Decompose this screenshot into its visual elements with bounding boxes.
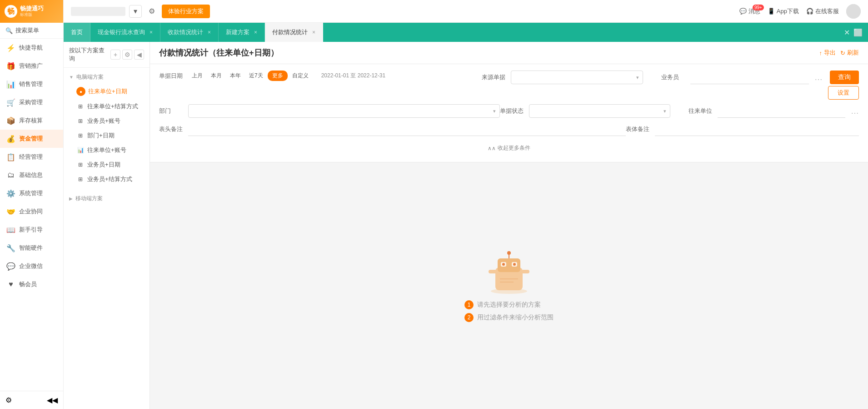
collapse-bar[interactable]: ∧∧ 收起更多条件 (159, 141, 859, 156)
sidebar-item-quick-nav[interactable]: ⚡ 快捷导航 (0, 39, 63, 57)
guide-icon: 📖 (6, 225, 15, 234)
topbar-gear-btn[interactable]: ⚙ (145, 5, 158, 18)
partner-dots-btn[interactable]: … (851, 106, 859, 116)
partner-input[interactable] (718, 104, 845, 118)
sidebar-item-wechat[interactable]: 💬 企业微信 (0, 257, 63, 275)
voucher-date-label: 单据日期 (159, 72, 185, 80)
operation-label: 经营管理 (19, 153, 43, 161)
search-icon: 🔍 (5, 27, 13, 34)
sidebar-item-marketing[interactable]: 🎁 营销推广 (0, 57, 63, 75)
sidebar-search[interactable]: 🔍 搜索菜单 (0, 23, 63, 39)
topbar-address (71, 7, 125, 16)
unit-date-active-icon: ● (76, 87, 85, 96)
solution-item-staff-date[interactable]: ⊞ 业务员+日期 (64, 157, 150, 172)
add-solution-btn[interactable]: + (110, 50, 120, 60)
sidebar-item-coop[interactable]: 🤝 企业协同 (0, 202, 63, 221)
maximize-window-btn[interactable]: ⬜ (853, 28, 863, 37)
date-btn-custom[interactable]: 自定义 (289, 71, 312, 81)
tab-receipt-close[interactable]: × (208, 29, 211, 35)
empty-tip-1: 1 请先选择要分析的方案 (464, 300, 554, 309)
unit-date-label: 往来单位+日期 (88, 87, 127, 96)
export-btn[interactable]: ↑ 导出 (819, 49, 836, 57)
solution-header: 按以下方案查询 + ⚙ ◀ (64, 42, 150, 68)
body-note-field: 表体备注 (626, 122, 859, 136)
solution-panel: 按以下方案查询 + ⚙ ◀ ▼ 电脑端方案 ● 往来单位+日期 ⊞ (64, 42, 150, 409)
solution-group-pc-header[interactable]: ▼ 电脑端方案 (64, 71, 150, 84)
sidebar-item-operation[interactable]: 📋 经营管理 (0, 148, 63, 166)
message-btn[interactable]: 💬 消息 99+ (739, 7, 760, 15)
vip-icon: ♥ (6, 280, 15, 289)
empty-tip-2: 2 用过滤条件来缩小分析范围 (464, 313, 554, 322)
topbar-dropdown-btn[interactable]: ▾ (129, 5, 142, 18)
tab-new-plan-close[interactable]: × (254, 29, 257, 35)
message-badge: 99+ (753, 5, 764, 10)
app-download-btn[interactable]: 📱 App下载 (768, 7, 799, 15)
staff-input[interactable] (690, 71, 809, 84)
sidebar-item-system[interactable]: ⚙️ 系统管理 (0, 184, 63, 202)
main-area: ▾ ⚙ 体验行业方案 💬 消息 99+ 📱 App下载 🎧 在线客服 (64, 0, 868, 409)
sidebar-item-hardware[interactable]: 🔧 智能硬件 (0, 239, 63, 257)
settings-icon[interactable]: ⚙ (5, 396, 12, 404)
voucher-status-select[interactable]: ▾ (529, 104, 670, 118)
tab-payment-close[interactable]: × (312, 29, 315, 35)
source-voucher-select[interactable]: ▾ (511, 71, 643, 84)
solution-item-unit-date[interactable]: ● 往来单位+日期 (64, 84, 150, 99)
right-content: 付款情况统计（往来单位+日期） ↑ 导出 ↻ 刷新 单 (150, 42, 868, 409)
header-note-input[interactable] (188, 122, 626, 136)
sidebar-item-sales[interactable]: 📊 销售管理 (0, 75, 63, 93)
tip-num-1: 1 (464, 300, 474, 309)
date-btn-this-month[interactable]: 本月 (207, 71, 225, 81)
close-window-btn[interactable]: ✕ (844, 28, 850, 37)
unit-account-icon: 📊 (76, 146, 85, 154)
tab-cash-close[interactable]: × (150, 29, 153, 35)
sidebar-item-purchase[interactable]: 🛒 采购管理 (0, 93, 63, 111)
date-btn-7days[interactable]: 近7天 (245, 71, 267, 81)
topbar-left: ▾ ⚙ 体验行业方案 (71, 5, 734, 18)
online-service-btn[interactable]: 🎧 在线客服 (806, 7, 839, 15)
trial-btn[interactable]: 体验行业方案 (162, 5, 210, 18)
sales-icon: 📊 (6, 80, 15, 89)
date-btn-this-year[interactable]: 本年 (226, 71, 244, 81)
settings-solution-btn[interactable]: ⚙ (122, 50, 132, 60)
settings-btn[interactable]: 设置 (828, 86, 859, 100)
tab-payment[interactable]: 付款情况统计 × (265, 23, 323, 42)
solution-item-unit-account[interactable]: 📊 往来单位+账号 (64, 143, 150, 157)
sidebar-item-vip[interactable]: ♥ 畅会员 (0, 275, 63, 293)
sidebar-item-guide[interactable]: 📖 新手引导 (0, 221, 63, 239)
query-btn[interactable]: 查询 (830, 71, 859, 84)
sidebar-footer: ⚙ ◀◀ (0, 391, 63, 409)
tab-home[interactable]: 首页 (64, 23, 90, 42)
sidebar-item-basic[interactable]: 🗂 基础信息 (0, 166, 63, 184)
staff-date-icon: ⊞ (76, 161, 85, 169)
solution-group-mobile-header[interactable]: ▶ 移动端方案 (64, 192, 150, 205)
tab-cash[interactable]: 现金银行流水查询 × (90, 23, 160, 42)
svg-rect-8 (521, 270, 529, 273)
collapse-label: 收起更多条件 (498, 144, 530, 152)
source-arrow-icon: ▾ (636, 75, 639, 81)
app-download-label: App下载 (777, 7, 799, 15)
collapse-solution-btn[interactable]: ◀ (134, 50, 144, 60)
solution-item-unit-settle[interactable]: ⊞ 往来单位+结算方式 (64, 99, 150, 114)
collapse-sidebar-icon[interactable]: ◀◀ (47, 396, 58, 404)
solution-item-dept-date[interactable]: ⊞ 部门+日期 (64, 128, 150, 143)
voucher-status-label: 单据状态 (500, 107, 525, 115)
solution-item-staff-account[interactable]: ⊞ 业务员+账号 (64, 114, 150, 128)
sidebar-item-finance[interactable]: 💰 资金管理 (0, 130, 63, 148)
refresh-btn[interactable]: ↻ 刷新 (840, 49, 859, 57)
topbar-right: 💬 消息 99+ 📱 App下载 🎧 在线客服 (739, 4, 861, 19)
tab-receipt[interactable]: 收款情况统计 × (160, 23, 219, 42)
user-avatar[interactable] (846, 4, 861, 19)
staff-dots-btn[interactable]: … (814, 73, 823, 82)
staff-date-label: 业务员+日期 (87, 161, 120, 169)
solution-item-staff-settle[interactable]: ⊞ 业务员+结算方式 (64, 172, 150, 187)
body-note-input[interactable] (655, 122, 859, 136)
date-btns-group: 上月 本月 本年 近7天 更多 自定义 (188, 71, 312, 81)
purchase-label: 采购管理 (19, 98, 43, 106)
date-btn-last-month[interactable]: 上月 (188, 71, 206, 81)
sidebar-item-inventory[interactable]: 📦 库存核算 (0, 111, 63, 130)
svg-point-5 (502, 263, 505, 266)
dept-select[interactable]: ▾ (188, 104, 500, 118)
content-area: 按以下方案查询 + ⚙ ◀ ▼ 电脑端方案 ● 往来单位+日期 ⊞ (64, 42, 868, 409)
date-btn-more[interactable]: 更多 (268, 71, 288, 81)
tab-new-plan[interactable]: 新建方案 × (219, 23, 265, 42)
